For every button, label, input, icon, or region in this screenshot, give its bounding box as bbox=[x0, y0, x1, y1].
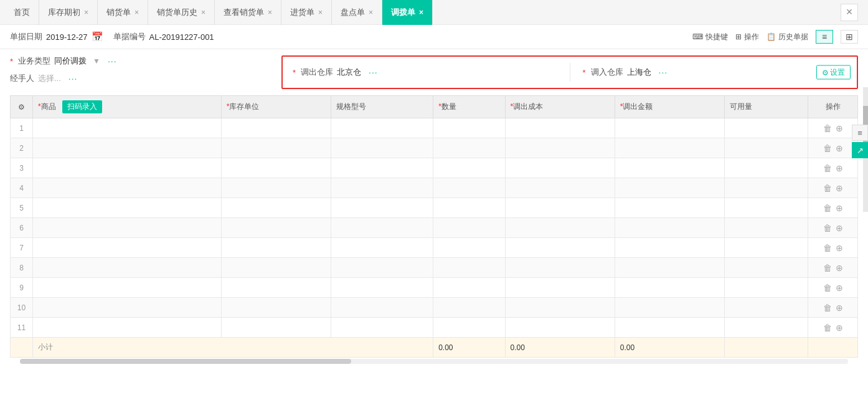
table-container: ⚙ *商品 扫码录入 *库存单位 规格型号 *数量 *调出成本 *调出金额 可用… bbox=[0, 95, 868, 395]
quick-keys-btn[interactable]: ⌨ 快捷键 bbox=[692, 32, 728, 42]
main-table: ⚙ *商品 扫码录入 *库存单位 规格型号 *数量 *调出成本 *调出金额 可用… bbox=[10, 95, 858, 358]
delete-icon[interactable]: 🗑 bbox=[823, 263, 832, 273]
delete-icon[interactable]: 🗑 bbox=[823, 123, 832, 133]
calendar-icon[interactable]: 📅 bbox=[92, 31, 103, 42]
tab-close-transfer-order[interactable]: × bbox=[419, 9, 423, 16]
col-available: 可用量 bbox=[724, 96, 808, 118]
delete-icon[interactable]: 🗑 bbox=[823, 183, 832, 193]
transfer-out-required: * bbox=[293, 68, 296, 77]
tab-sales-history[interactable]: 销货单历史 × bbox=[148, 0, 215, 25]
col-amount: *调出金额 bbox=[615, 96, 724, 118]
table-row: 9🗑⊕ bbox=[11, 278, 858, 298]
delete-icon[interactable]: 🗑 bbox=[823, 223, 832, 233]
delete-icon[interactable]: 🗑 bbox=[823, 203, 832, 213]
business-type-dropdown-icon[interactable]: ▼ bbox=[93, 57, 100, 65]
layout-btn-2[interactable]: ⊞ bbox=[841, 30, 858, 44]
copy-icon[interactable]: ⊕ bbox=[836, 143, 843, 153]
delete-icon[interactable]: 🗑 bbox=[823, 243, 832, 253]
table-row: 2🗑⊕ bbox=[11, 138, 858, 158]
copy-icon[interactable]: ⊕ bbox=[836, 323, 843, 333]
col-cost: *调出成本 bbox=[505, 96, 615, 118]
business-type-label: 业务类型 bbox=[18, 55, 50, 67]
transfer-in-more-btn[interactable]: ··· bbox=[659, 67, 668, 77]
side-list-btn[interactable]: ≡ bbox=[852, 125, 868, 141]
table-row: 1🗑⊕ bbox=[11, 118, 858, 138]
side-expand-btn[interactable]: ↗ bbox=[852, 142, 868, 158]
history-docs-btn[interactable]: 📋 历史单据 bbox=[767, 32, 808, 42]
scan-entry-button[interactable]: 扫码录入 bbox=[62, 100, 102, 113]
transfer-out-value[interactable]: 北京仓 bbox=[337, 67, 361, 78]
subtotal-qty: 0.00 bbox=[433, 338, 505, 358]
form-section: * 业务类型 同价调拨 ▼ ··· 经手人 选择... ··· * 调出仓库 北… bbox=[0, 49, 868, 95]
business-type-value[interactable]: 同价调拨 bbox=[54, 55, 87, 67]
handler-more-btn[interactable]: ··· bbox=[68, 74, 78, 83]
tab-bar: 首页 库存期初 × 销货单 × 销货单历史 × 查看销货单 × 进货单 × 盘点… bbox=[0, 0, 868, 25]
scrollbar-thumb bbox=[20, 359, 351, 364]
copy-icon[interactable]: ⊕ bbox=[836, 243, 843, 253]
tab-close-sales-order[interactable]: × bbox=[134, 9, 139, 16]
doc-date-label: 单据日期 bbox=[10, 31, 42, 42]
tab-bar-end: × bbox=[841, 4, 863, 21]
warehouse-divider bbox=[570, 63, 570, 82]
history-icon: 📋 bbox=[767, 32, 776, 41]
col-qty: *数量 bbox=[433, 96, 505, 118]
transfer-out-more-btn[interactable]: ··· bbox=[369, 67, 378, 77]
main-content: 单据日期 2019-12-27 📅 单据编号 AL-20191227-001 ⌨… bbox=[0, 25, 868, 395]
tab-close-purchase-order[interactable]: × bbox=[318, 9, 323, 16]
doc-no-label: 单据编号 bbox=[113, 31, 146, 42]
form-right: * 调出仓库 北京仓 ··· * 调入仓库 上海仓 ··· ⚙ 设置 bbox=[281, 55, 858, 89]
copy-icon[interactable]: ⊕ bbox=[836, 283, 843, 293]
col-gear[interactable]: ⚙ bbox=[11, 96, 33, 118]
tab-sales-order[interactable]: 销货单 × bbox=[98, 0, 148, 25]
delete-icon[interactable]: 🗑 bbox=[823, 163, 832, 173]
table-row: 7🗑⊕ bbox=[11, 238, 858, 258]
tab-view-sales[interactable]: 查看销货单 × bbox=[215, 0, 281, 25]
operations-icon: ⊞ bbox=[735, 32, 742, 41]
bottom-scrollbar[interactable] bbox=[20, 359, 848, 364]
copy-icon[interactable]: ⊕ bbox=[836, 223, 843, 233]
col-op: 操作 bbox=[808, 96, 858, 118]
form-left: * 业务类型 同价调拨 ▼ ··· 经手人 选择... ··· bbox=[10, 55, 271, 84]
copy-icon[interactable]: ⊕ bbox=[836, 123, 843, 133]
tab-close-inventory-init[interactable]: × bbox=[84, 9, 88, 16]
subtotal-cost: 0.00 bbox=[505, 338, 615, 358]
tab-purchase-order[interactable]: 进货单 × bbox=[281, 0, 332, 25]
doc-no-value: AL-20191227-001 bbox=[149, 32, 214, 42]
col-spec: 规格型号 bbox=[331, 96, 433, 118]
quick-keys-icon: ⌨ bbox=[692, 32, 703, 41]
copy-icon[interactable]: ⊕ bbox=[836, 163, 843, 173]
tab-inventory-check[interactable]: 盘点单 × bbox=[332, 0, 382, 25]
tab-transfer-order[interactable]: 调拨单 × bbox=[382, 0, 433, 25]
copy-icon[interactable]: ⊕ bbox=[836, 263, 843, 273]
delete-icon[interactable]: 🗑 bbox=[823, 143, 832, 153]
settings-button[interactable]: ⚙ 设置 bbox=[816, 65, 851, 80]
copy-icon[interactable]: ⊕ bbox=[836, 203, 843, 213]
table-row: 5🗑⊕ bbox=[11, 198, 858, 218]
transfer-in-required: * bbox=[583, 68, 586, 77]
copy-icon[interactable]: ⊕ bbox=[836, 183, 843, 193]
tab-close-view-sales[interactable]: × bbox=[268, 9, 272, 16]
business-type-more-btn[interactable]: ··· bbox=[108, 56, 117, 66]
tab-close-inventory-check[interactable]: × bbox=[369, 9, 373, 16]
delete-icon[interactable]: 🗑 bbox=[823, 323, 832, 333]
doc-date-field: 单据日期 2019-12-27 📅 bbox=[10, 31, 103, 42]
handler-value[interactable]: 选择... bbox=[38, 73, 61, 84]
table-row: 6🗑⊕ bbox=[11, 218, 858, 238]
transfer-out-label: 调出仓库 bbox=[301, 67, 333, 78]
window-close-button[interactable]: × bbox=[841, 4, 858, 21]
col-unit: *库存单位 bbox=[221, 96, 331, 118]
table-row: 11🗑⊕ bbox=[11, 318, 858, 338]
table-row: 8🗑⊕ bbox=[11, 258, 858, 278]
tab-home[interactable]: 首页 bbox=[5, 0, 39, 25]
delete-icon[interactable]: 🗑 bbox=[823, 303, 832, 313]
tab-close-sales-history[interactable]: × bbox=[201, 9, 205, 16]
operations-btn[interactable]: ⊞ 操作 bbox=[735, 32, 759, 42]
col-product: *商品 扫码录入 bbox=[33, 96, 222, 118]
transfer-in-field: * 调入仓库 上海仓 ··· bbox=[583, 67, 847, 78]
doc-date-value[interactable]: 2019-12-27 bbox=[46, 32, 88, 42]
layout-btn-1[interactable]: ≡ bbox=[816, 30, 833, 44]
copy-icon[interactable]: ⊕ bbox=[836, 303, 843, 313]
transfer-in-value[interactable]: 上海仓 bbox=[627, 67, 651, 78]
delete-icon[interactable]: 🗑 bbox=[823, 283, 832, 293]
tab-inventory-init[interactable]: 库存期初 × bbox=[39, 0, 98, 25]
